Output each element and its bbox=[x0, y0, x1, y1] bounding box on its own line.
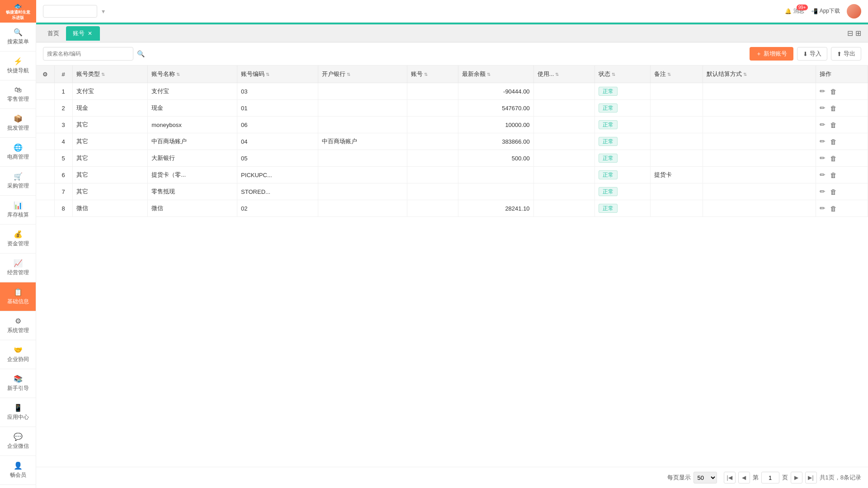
row-bank bbox=[318, 150, 407, 167]
row-ops: ✏ 🗑 bbox=[816, 133, 868, 150]
sidebar-item-retail[interactable]: 🛍 零售管理 bbox=[0, 80, 36, 109]
sidebar-item-wechat[interactable]: 💬 企业微信 bbox=[0, 427, 36, 456]
per-page-select[interactable]: 50 20 100 bbox=[693, 472, 717, 483]
delete-button[interactable]: 🗑 bbox=[830, 188, 837, 196]
message-button[interactable]: 🔔 消息 99+ bbox=[785, 7, 804, 15]
sidebar-item-enterprise[interactable]: 🤝 企业协同 bbox=[0, 340, 36, 369]
basic-icon: 📋 bbox=[14, 288, 23, 296]
row-bank bbox=[318, 200, 407, 217]
sidebar-item-wholesale[interactable]: 📦 批发管理 bbox=[0, 109, 36, 138]
user-avatar[interactable] bbox=[847, 4, 861, 19]
col-name[interactable]: 账号名称⇅ bbox=[148, 66, 237, 83]
sidebar-item-purchase[interactable]: 🛒 采购管理 bbox=[0, 167, 36, 196]
message-badge: 99+ bbox=[797, 5, 808, 10]
edit-button[interactable]: ✏ bbox=[820, 204, 826, 212]
col-remark[interactable]: 备注⇅ bbox=[650, 66, 703, 83]
delete-button[interactable]: 🗑 bbox=[830, 155, 837, 162]
edit-button[interactable]: ✏ bbox=[820, 188, 826, 196]
tab-close-icon[interactable]: ✕ bbox=[87, 31, 93, 36]
col-status[interactable]: 状态⇅ bbox=[594, 66, 650, 83]
sidebar-item-ecommerce[interactable]: 🌐 电商管理 bbox=[0, 138, 36, 167]
col-type[interactable]: 账号类型⇅ bbox=[72, 66, 148, 83]
sidebar-item-system[interactable]: ⚙ 系统管理 bbox=[0, 311, 36, 340]
page-number-input[interactable] bbox=[761, 472, 779, 483]
bell-icon: 🔔 bbox=[785, 8, 792, 14]
next-page-button[interactable]: ▶ bbox=[791, 472, 802, 483]
sidebar-item-member[interactable]: 👤 畅会员 bbox=[0, 456, 36, 485]
row-type: 其它 bbox=[72, 133, 148, 150]
row-balance: 547670.00 bbox=[458, 100, 533, 117]
import-button[interactable]: ⬇ 导入 bbox=[797, 47, 827, 61]
edit-button[interactable]: ✏ bbox=[820, 171, 826, 179]
minimize-window-icon[interactable]: ⊟ bbox=[847, 29, 853, 38]
edit-button[interactable]: ✏ bbox=[820, 154, 826, 162]
sidebar-item-finance[interactable]: 💰 资金管理 bbox=[0, 225, 36, 253]
page-suffix: 页 bbox=[782, 474, 788, 482]
header-left: ▾ bbox=[43, 5, 105, 18]
export-button[interactable]: ⬆ 导出 bbox=[831, 47, 861, 61]
row-code: 05 bbox=[237, 150, 318, 167]
tab-home[interactable]: 首页 bbox=[41, 26, 66, 41]
col-usage[interactable]: 使用...⇅ bbox=[533, 66, 594, 83]
top-search-dropdown-icon[interactable]: ▾ bbox=[102, 8, 105, 15]
row-status: 正常 bbox=[594, 117, 650, 133]
col-default-settlement[interactable]: 默认结算方式⇅ bbox=[703, 66, 816, 83]
row-status: 正常 bbox=[594, 200, 650, 217]
delete-button[interactable]: 🗑 bbox=[830, 138, 837, 145]
app-download-button[interactable]: 📲 App下载 bbox=[811, 7, 840, 15]
search-button[interactable]: 🔍 bbox=[137, 50, 145, 57]
row-default-settlement bbox=[703, 200, 816, 217]
row-usage bbox=[533, 100, 594, 117]
delete-button[interactable]: 🗑 bbox=[830, 88, 837, 95]
col-balance[interactable]: 最新余额⇅ bbox=[458, 66, 533, 83]
edit-button[interactable]: ✏ bbox=[820, 104, 826, 112]
row-default-settlement bbox=[703, 167, 816, 183]
edit-button[interactable]: ✏ bbox=[820, 137, 826, 145]
delete-button[interactable]: 🗑 bbox=[830, 205, 837, 212]
ecommerce-icon: 🌐 bbox=[14, 143, 23, 152]
tab-account[interactable]: 账号 ✕ bbox=[66, 26, 100, 41]
col-settings[interactable]: ⚙ bbox=[36, 66, 54, 83]
per-page-selector: 每页显示 50 20 100 bbox=[667, 472, 717, 483]
row-name: 微信 bbox=[148, 200, 237, 217]
row-default-settlement bbox=[703, 117, 816, 133]
tab-bar-actions: ⊟ ⊞ bbox=[100, 29, 863, 38]
table-row: 4 其它 中百商场账户 04 中百商场账户 383866.00 正常 ✏ 🗑 bbox=[36, 133, 868, 150]
sidebar-item-operations[interactable]: 📈 经营管理 bbox=[0, 253, 36, 282]
top-search-input[interactable] bbox=[43, 5, 97, 18]
sidebar-item-inventory[interactable]: 📊 库存核算 bbox=[0, 196, 36, 225]
maximize-window-icon[interactable]: ⊞ bbox=[855, 29, 861, 38]
wechat-icon: 💬 bbox=[14, 432, 23, 441]
row-no: 3 bbox=[54, 117, 72, 133]
edit-button[interactable]: ✏ bbox=[820, 87, 826, 95]
sidebar-item-apps[interactable]: 📱 应用中心 bbox=[0, 398, 36, 427]
row-settings-cell bbox=[36, 117, 54, 133]
enterprise-icon: 🤝 bbox=[14, 346, 23, 354]
table-footer: 每页显示 50 20 100 |◀ ◀ 第 页 ▶ ▶| 共1页，8条记录 bbox=[36, 467, 868, 488]
col-code[interactable]: 账号编码⇅ bbox=[237, 66, 318, 83]
delete-button[interactable]: 🗑 bbox=[830, 171, 837, 179]
tab-account-label: 账号 bbox=[73, 29, 85, 38]
prev-page-button[interactable]: ◀ bbox=[738, 472, 750, 483]
row-status: 正常 bbox=[594, 100, 650, 117]
sidebar-item-basic[interactable]: 📋 基础信息 bbox=[0, 282, 36, 311]
first-page-button[interactable]: |◀ bbox=[724, 472, 736, 483]
table-row: 7 其它 零售抵现 STORED... 正常 ✏ 🗑 bbox=[36, 183, 868, 200]
sidebar-item-search[interactable]: 🔍 搜索菜单 bbox=[0, 23, 36, 52]
sidebar-item-guide[interactable]: 📚 新手引导 bbox=[0, 369, 36, 398]
sidebar-item-shortcut[interactable]: ⚡ 快捷导航 bbox=[0, 52, 36, 80]
app-version: 乐进版 bbox=[6, 15, 30, 21]
col-account[interactable]: 账号⇅ bbox=[407, 66, 458, 83]
search-input[interactable] bbox=[43, 47, 133, 61]
row-usage bbox=[533, 183, 594, 200]
edit-button[interactable]: ✏ bbox=[820, 121, 826, 129]
add-account-button[interactable]: ＋ 新增账号 bbox=[750, 47, 793, 61]
table-row: 5 其它 大新银行 05 500.00 正常 ✏ 🗑 bbox=[36, 150, 868, 167]
delete-button[interactable]: 🗑 bbox=[830, 104, 837, 112]
col-bank[interactable]: 开户银行⇅ bbox=[318, 66, 407, 83]
row-balance: 10000.00 bbox=[458, 117, 533, 133]
delete-button[interactable]: 🗑 bbox=[830, 121, 837, 129]
sidebar-item-label: 经营管理 bbox=[7, 269, 29, 277]
table-container: ⚙ # 账号类型⇅ 账号名称⇅ 账号编码⇅ 开户银行⇅ bbox=[36, 66, 868, 467]
last-page-button[interactable]: ▶| bbox=[805, 472, 817, 483]
